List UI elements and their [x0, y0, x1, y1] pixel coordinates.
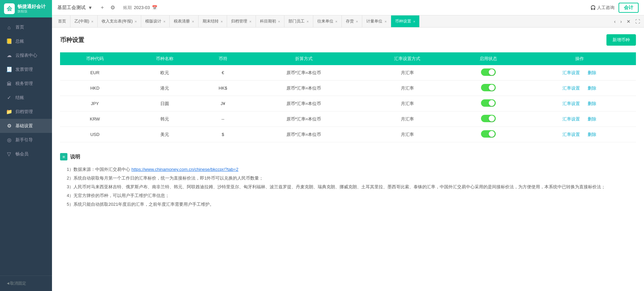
sidebar-pin-toggle[interactable]: ◄取消固定 [0, 276, 52, 291]
tab-close-period-end[interactable]: × [221, 19, 223, 23]
sidebar-item-guide[interactable]: ◎ 新手引导 [0, 133, 52, 147]
tab-subject-init[interactable]: 科目期初 × [256, 15, 284, 28]
tab-close-partner[interactable]: × [335, 19, 337, 23]
tabs-maximize-icon[interactable]: ⛶ [633, 17, 642, 26]
delete-link[interactable]: 删除 [588, 101, 596, 106]
cell-action: 汇率设置 删除 [523, 127, 636, 142]
notes-header: ≡ 说明 [60, 153, 636, 160]
status-toggle[interactable] [481, 68, 496, 76]
tabs-prev-icon[interactable]: ‹ [612, 17, 618, 26]
help-button[interactable]: 🎧 人工咨询 [590, 5, 614, 11]
rate-setting-link[interactable]: 汇率设置 [562, 101, 580, 106]
cell-rate-type: 月汇率 [361, 81, 453, 96]
tabs-close-all-icon[interactable]: ✕ [625, 17, 633, 26]
company-dropdown-icon[interactable]: ▾ [88, 3, 93, 12]
cell-name: 日圆 [130, 96, 200, 111]
tab-close-income[interactable]: × [135, 19, 137, 23]
company-selector[interactable]: 基层工会测试 ▾ [57, 3, 93, 12]
tab-stock[interactable]: 存货 × [342, 15, 362, 28]
tab-partner[interactable]: 往来单位 × [313, 15, 342, 28]
tab-close-subject-init[interactable]: × [278, 19, 280, 23]
tab-label-partner: 往来单位 [317, 18, 333, 24]
tab-close-archive[interactable]: × [249, 19, 251, 23]
sidebar-item-home[interactable]: ⌂ 首页 [0, 20, 52, 34]
logo-icon: 会 [4, 3, 15, 14]
tab-close-stock[interactable]: × [356, 19, 358, 23]
sidebar-item-reports[interactable]: ☁ 云报表中心 [0, 48, 52, 62]
cell-action: 汇率设置 删除 [523, 81, 636, 96]
user-role-button[interactable]: 会计 [619, 3, 639, 13]
sidebar-item-invoice[interactable]: 🧾 发票管理 [0, 62, 52, 77]
tab-close-balance[interactable]: × [91, 19, 93, 23]
tab-archive[interactable]: 归档管理 × [227, 15, 256, 28]
status-toggle[interactable] [481, 115, 496, 122]
new-currency-button[interactable]: 新增币种 [606, 34, 636, 46]
cell-action: 汇率设置 删除 [523, 65, 636, 81]
tabs-next-icon[interactable]: › [618, 17, 624, 26]
settlement-icon: ✓ [6, 95, 12, 101]
sidebar-item-settlement[interactable]: ✓ 结账 [0, 91, 52, 105]
col-code: 币种代码 [60, 52, 130, 65]
delete-link[interactable]: 删除 [588, 70, 596, 75]
sidebar-item-basic[interactable]: ⚙ 基础设置 [0, 119, 52, 133]
delete-link[interactable]: 删除 [588, 132, 596, 137]
period-value[interactable]: 2023-03 [134, 5, 150, 10]
tax-icon: 🏛 [6, 81, 12, 87]
tab-period-end[interactable]: 期末结转 × [199, 15, 227, 28]
rate-setting-link[interactable]: 汇率设置 [562, 86, 580, 91]
guide-icon: ◎ [6, 137, 12, 143]
note-item-5: 5）系统只能自动抓取2021年度后的汇率，之前年度汇率需要用户手工维护。 [65, 200, 636, 209]
tab-balance[interactable]: 乙(中期) × [70, 15, 98, 28]
cell-status [453, 111, 523, 127]
tab-close-template[interactable]: × [163, 19, 165, 23]
tab-currency[interactable]: 币种设置 × [391, 15, 420, 28]
tab-dept[interactable]: 部门员工 × [284, 15, 313, 28]
tab-income[interactable]: 收入支出表(年报) × [98, 15, 141, 28]
delete-link[interactable]: 删除 [588, 86, 596, 91]
status-toggle[interactable] [481, 130, 496, 138]
tab-tax[interactable]: 税表清册 × [170, 15, 198, 28]
col-action: 操作 [523, 52, 636, 65]
tab-home[interactable]: 首页 [54, 15, 70, 28]
toggle-thumb [489, 69, 495, 75]
logo-text: 畅捷通好会计 旗舰版 [17, 4, 46, 14]
note-item-1: 1）数据来源：中国外汇交易中心 https://www.chinamoney.c… [65, 165, 636, 174]
currency-table: 币种代码 币种名称 币符 折算方式 汇率设置方式 启用状态 操作 EUR 欧元 … [60, 52, 636, 142]
sidebar-item-ledger[interactable]: 📒 总账 [0, 34, 52, 48]
table-row: JPY 日圆 J¥ 原币*汇率=本位币 月汇率 汇率设置 删除 [60, 96, 636, 111]
tab-label-currency: 币种设置 [395, 18, 411, 24]
cell-name: 欧元 [130, 65, 200, 81]
tab-close-tax[interactable]: × [192, 19, 194, 23]
sidebar-logo: 会 畅捷通好会计 旗舰版 [0, 0, 52, 17]
tab-close-dept[interactable]: × [307, 19, 309, 23]
notes-link[interactable]: https://www.chinamoney.com.cn/chinese/bk… [131, 167, 238, 172]
delete-link[interactable]: 删除 [588, 116, 596, 122]
sidebar-label-tax: 税务管理 [15, 81, 33, 87]
rate-setting-link[interactable]: 汇率设置 [562, 132, 580, 137]
note-item-4: 4）无官方牌价的币种，可以用户手工维护汇率信息； [65, 191, 636, 200]
tab-label-stock: 存货 [346, 18, 354, 24]
sidebar-item-member[interactable]: ▽ 畅会员 [0, 147, 52, 161]
add-icon[interactable]: ＋ [98, 3, 106, 12]
tab-close-unit[interactable]: × [384, 19, 386, 23]
period-label: 账期 [123, 5, 132, 11]
rate-setting-link[interactable]: 汇率设置 [562, 70, 580, 75]
cell-rate-type: 月汇率 [361, 65, 453, 81]
page-header: 币种设置 新增币种 [60, 34, 636, 46]
tab-unit[interactable]: 计量单位 × [362, 15, 391, 28]
settings-icon: ⚙ [6, 123, 12, 129]
calendar-icon[interactable]: 📅 [152, 5, 157, 10]
tab-template[interactable]: 模版设计 × [141, 15, 170, 28]
tab-close-currency[interactable]: × [413, 19, 415, 23]
toggle-thumb [489, 115, 495, 122]
status-toggle[interactable] [481, 99, 496, 107]
topbar-actions: ＋ ⚙ [98, 3, 116, 12]
status-toggle[interactable] [481, 84, 496, 91]
sidebar-item-tax[interactable]: 🏛 税务管理 [0, 77, 52, 91]
sidebar-item-archive[interactable]: 📁 归档管理 [0, 105, 52, 119]
tab-label-unit: 计量单位 [366, 18, 382, 24]
settings-icon[interactable]: ⚙ [109, 3, 116, 12]
rate-setting-link[interactable]: 汇率设置 [562, 116, 580, 122]
archive-icon: 📁 [6, 109, 12, 115]
cell-status [453, 96, 523, 111]
